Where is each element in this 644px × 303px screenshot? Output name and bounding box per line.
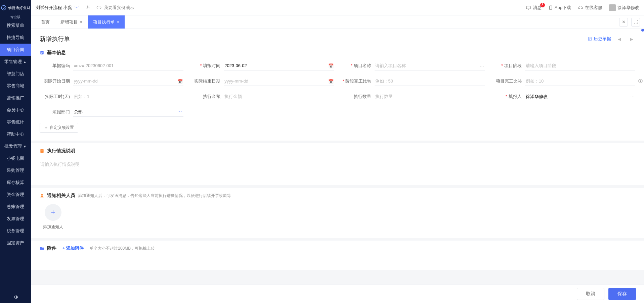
- headset-icon: [578, 5, 583, 10]
- sidebar-item-9[interactable]: 帮助中心: [0, 128, 31, 140]
- save-button[interactable]: 保存: [608, 288, 636, 300]
- sidebar-item-label: 采购管理: [7, 167, 24, 173]
- sidebar-item-18[interactable]: 固定资产: [0, 237, 31, 249]
- input-stage-pct[interactable]: [375, 77, 485, 86]
- add-notifier-button[interactable]: +: [45, 204, 61, 221]
- label-end-date: 实际结束日期: [190, 78, 224, 84]
- user-menu[interactable]: 徐泽华修改: [609, 4, 639, 11]
- form-icon: [40, 50, 44, 55]
- gear-icon: [44, 126, 48, 130]
- label-dept: 填报部门: [40, 109, 73, 115]
- chevron-icon: ▲: [23, 60, 27, 64]
- calendar-icon[interactable]: 📅: [177, 79, 183, 84]
- chevron-down-icon[interactable]: ﹀: [178, 109, 183, 115]
- account-selector[interactable]: 测试分开流程-小况 ﹀: [36, 5, 79, 11]
- app-download-button[interactable]: App下载: [548, 5, 571, 11]
- label-proj-stage: 项目阶段: [491, 63, 525, 69]
- sidebar-item-label: 零售管理: [4, 59, 22, 65]
- prev-doc-button[interactable]: ◀: [616, 35, 623, 43]
- account-settings-button[interactable]: [85, 4, 90, 11]
- more-icon[interactable]: ⋯: [480, 63, 484, 68]
- input-end-date[interactable]: [224, 77, 334, 86]
- input-start-date[interactable]: [73, 77, 183, 86]
- svg-point-1: [87, 6, 88, 8]
- input-doc-no[interactable]: [73, 61, 183, 70]
- sidebar-item-5[interactable]: 零售商城: [0, 80, 31, 92]
- cloud-icon: [96, 5, 102, 10]
- demo-link[interactable]: 我要看实例演示: [96, 5, 134, 11]
- sidebar-item-11[interactable]: 小畅电商: [0, 152, 31, 164]
- add-attachment-link[interactable]: + 添加附件: [62, 245, 84, 251]
- customer-service-button[interactable]: 在线客服: [578, 5, 602, 11]
- tab-label: 新增项目: [60, 19, 78, 25]
- sidebar-item-1[interactable]: 快捷导航: [0, 32, 31, 44]
- tab-1[interactable]: 新增项目×: [55, 15, 88, 29]
- page-title: 新增执行单: [40, 35, 70, 43]
- label-qty: 执行数量: [341, 94, 375, 100]
- sidebar-item-3[interactable]: 零售管理▲: [0, 56, 31, 68]
- section-exec-title: 执行情况说明: [47, 148, 75, 154]
- sidebar-item-label: 项目合同: [7, 47, 24, 53]
- input-reporter[interactable]: [525, 92, 635, 101]
- tab-label: 首页: [41, 19, 50, 25]
- custom-fields-button[interactable]: 自定义项设置: [40, 123, 78, 133]
- sidebar-item-13[interactable]: 库存核算: [0, 176, 31, 189]
- input-proj-pct[interactable]: [525, 77, 635, 86]
- input-dept[interactable]: [73, 107, 183, 117]
- message-icon: [526, 5, 531, 10]
- sidebar-item-label: 批发管理: [4, 143, 22, 149]
- fullscreen-button[interactable]: ⛶: [631, 18, 640, 27]
- sidebar-item-12[interactable]: 采购管理: [0, 164, 31, 176]
- sidebar-item-7[interactable]: 会员中心: [0, 104, 31, 116]
- input-proj-stage[interactable]: [525, 61, 635, 70]
- more-icon[interactable]: ⋯: [630, 94, 635, 99]
- input-proj-name[interactable]: [375, 61, 485, 70]
- brand-edition: 专业版: [0, 15, 31, 19]
- sidebar-item-label: 智慧门店: [7, 71, 24, 77]
- settings-gear[interactable]: [0, 291, 31, 303]
- sidebar-item-label: 固定资产: [7, 240, 24, 246]
- input-qty[interactable]: [375, 92, 485, 101]
- sidebar-item-6[interactable]: 营销推广: [0, 92, 31, 104]
- sidebar-item-label: 零售统计: [7, 119, 24, 125]
- messages-button[interactable]: 消息 8: [526, 5, 542, 11]
- close-icon[interactable]: ×: [117, 20, 119, 24]
- sidebar-item-8[interactable]: 零售统计: [0, 116, 31, 128]
- help-icon[interactable]: ⓘ: [638, 78, 643, 84]
- calendar-icon[interactable]: 📅: [328, 79, 334, 84]
- sidebar-item-label: 发票管理: [7, 216, 24, 222]
- input-amount[interactable]: [224, 92, 334, 101]
- input-fill-time[interactable]: [224, 61, 334, 70]
- person-icon: [40, 193, 44, 198]
- next-doc-button[interactable]: ▶: [628, 35, 635, 43]
- document-icon: [588, 37, 592, 41]
- label-stage-pct: 阶段完工比%: [341, 78, 375, 84]
- sidebar-item-label: 零售商城: [7, 83, 24, 89]
- sidebar-item-2[interactable]: 项目合同: [0, 44, 31, 56]
- input-hours[interactable]: [73, 92, 183, 101]
- close-icon[interactable]: ×: [80, 20, 82, 24]
- tab-label: 项目执行单: [93, 19, 115, 25]
- sidebar: 畅捷通好业财 专业版 搜索菜单快捷导航项目合同零售管理▲智慧门店零售商城营销推广…: [0, 0, 31, 303]
- sidebar-item-17[interactable]: 税务管理: [0, 225, 31, 237]
- label-doc-no: 单据编码: [40, 63, 73, 69]
- sidebar-item-14[interactable]: 资金管理: [0, 189, 31, 201]
- calendar-icon[interactable]: 📅: [328, 63, 334, 68]
- svg-point-4: [550, 9, 551, 9]
- sidebar-item-10[interactable]: 批发管理▼: [0, 140, 31, 152]
- content-scroll[interactable]: 新增执行单 历史单据 ◀ ▶ 基本信息 单据编码: [31, 29, 644, 284]
- sidebar-item-label: 库存核算: [7, 180, 24, 186]
- svg-point-9: [41, 194, 43, 196]
- sidebar-item-16[interactable]: 发票管理: [0, 213, 31, 225]
- sidebar-item-0[interactable]: 搜索菜单: [0, 19, 31, 32]
- add-notifier-label: 添加通知人: [43, 224, 63, 230]
- sidebar-item-4[interactable]: 智慧门店: [0, 68, 31, 80]
- tab-0[interactable]: 首页: [36, 15, 55, 29]
- exec-description-input[interactable]: [40, 159, 635, 176]
- footer: 取消 保存: [31, 284, 644, 303]
- tab-close-button[interactable]: ✕: [619, 18, 628, 27]
- tab-2[interactable]: 项目执行单×: [88, 15, 125, 29]
- cancel-button[interactable]: 取消: [577, 288, 604, 300]
- history-link[interactable]: 历史单据: [588, 36, 611, 42]
- sidebar-item-15[interactable]: 总账管理: [0, 201, 31, 213]
